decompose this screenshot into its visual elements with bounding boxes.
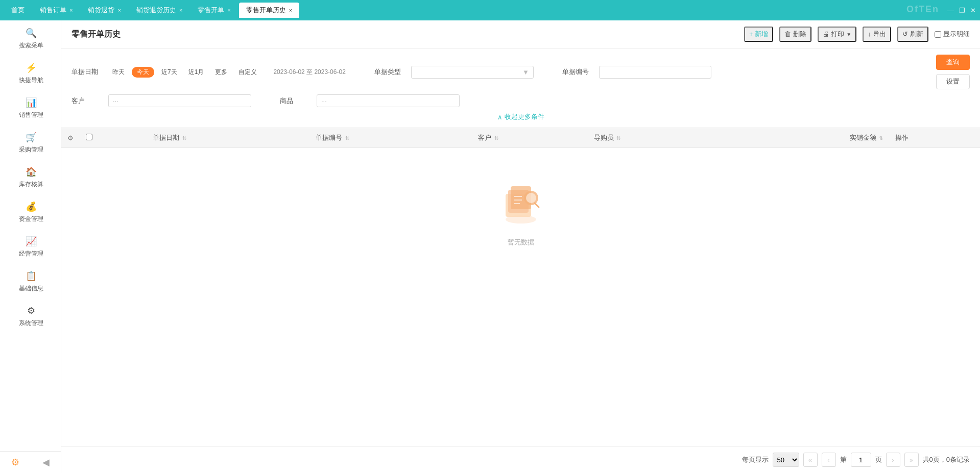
total-label: 共0页，0条记录 [923, 455, 970, 464]
data-table: ⚙ 单据日期 ⇅ 单据编号 ⇅ [61, 128, 980, 148]
refresh-button[interactable]: ↺ 刷新 [897, 27, 928, 42]
sidebar-item-inventory-label: 库存核算 [19, 180, 43, 189]
purchase-icon: 🛒 [26, 132, 37, 143]
date-btn-custom[interactable]: 自定义 [234, 67, 261, 78]
tab-retail-history[interactable]: 零售开单历史 × [239, 3, 299, 18]
show-detail-checkbox[interactable] [935, 31, 941, 38]
table-wrapper: ⚙ 单据日期 ⇅ 单据编号 ⇅ [61, 128, 980, 446]
th-guide[interactable]: 导购员 ⇅ [588, 128, 727, 148]
empty-text: 暂无数据 [508, 238, 534, 247]
date-btn-yesterday[interactable]: 昨天 [108, 67, 129, 78]
add-button[interactable]: + 新增 [744, 27, 773, 42]
page-title: 零售开单历史 [71, 29, 121, 40]
tab-sales-return-history-close[interactable]: × [179, 7, 182, 13]
pagination: 每页显示 50 10 20 100 « ‹ 第 页 › » 共0页，0条记录 [61, 446, 980, 473]
current-page-input[interactable] [851, 453, 871, 467]
last-page-btn[interactable]: » [904, 453, 919, 467]
tab-sales-order-close[interactable]: × [69, 7, 73, 13]
type-select[interactable]: ▼ [411, 66, 534, 79]
show-detail-toggle[interactable]: 显示明细 [935, 30, 970, 39]
sidebar-item-search[interactable]: 🔍 搜索采单 [0, 20, 61, 55]
collapse-label: 收起更多条件 [505, 112, 544, 121]
date-btn-more[interactable]: 更多 [211, 67, 231, 78]
customer-select-placeholder: ··· [113, 97, 118, 105]
empty-state: 暂无数据 [61, 148, 980, 278]
tab-retail-order-close[interactable]: × [227, 7, 230, 13]
th-amount[interactable]: 实销金额 ⇅ [727, 128, 889, 148]
number-label: 单据编号 [562, 67, 591, 77]
watermark: OfTEn [906, 4, 939, 15]
sidebar-item-sales[interactable]: 📊 销售管理 [0, 90, 61, 125]
print-chevron-icon: ▼ [846, 32, 851, 37]
goods-select[interactable]: ··· [317, 94, 460, 107]
sidebar-settings-icon[interactable]: ⚙ [11, 457, 19, 468]
customer-select[interactable]: ··· [108, 94, 251, 107]
query-button[interactable]: 查询 [936, 55, 970, 70]
restore-btn[interactable]: ❐ [959, 7, 965, 14]
th-customer[interactable]: 客户 ⇅ [472, 128, 587, 148]
date-range: 2023-06-02 至 2023-06-02 [273, 68, 345, 77]
type-select-chevron: ▼ [522, 68, 529, 76]
sidebar-item-finance[interactable]: 💰 资金管理 [0, 194, 61, 229]
tab-home-label: 首页 [11, 6, 25, 15]
tab-sales-return-close[interactable]: × [117, 7, 121, 13]
table-header-row: ⚙ 单据日期 ⇅ 单据编号 ⇅ [61, 128, 980, 148]
prev-page-btn[interactable]: ‹ [822, 453, 836, 467]
date-btn-1month[interactable]: 近1月 [184, 67, 208, 78]
delete-button[interactable]: 🗑 删除 [779, 27, 811, 42]
collapse-button[interactable]: ∧ 收起更多条件 [71, 112, 970, 121]
th-number[interactable]: 单据编号 ⇅ [309, 128, 472, 148]
close-btn[interactable]: ✕ [970, 7, 976, 14]
column-settings-icon[interactable]: ⚙ [67, 134, 74, 142]
goods-select-placeholder: ··· [321, 97, 327, 105]
amount-sort-icon: ⇅ [879, 135, 883, 141]
page-label-pre: 第 [840, 455, 847, 464]
setting-button[interactable]: 设置 [936, 74, 970, 89]
tab-sales-return-history-label: 销货退货历史 [136, 6, 176, 15]
search-icon: 🔍 [26, 28, 37, 39]
sidebar-item-purchase[interactable]: 🛒 采购管理 [0, 125, 61, 159]
sidebar-bottom: ⚙ ◀ [0, 451, 61, 473]
per-page-label: 每页显示 [742, 455, 769, 464]
customer-sort-icon: ⇅ [494, 135, 498, 141]
top-bar: 首页 销售订单 × 销货退货 × 销货退货历史 × 零售开单 × 零售开单历史 … [0, 0, 980, 20]
tab-retail-order[interactable]: 零售开单 × [190, 3, 237, 18]
tab-sales-return[interactable]: 销货退货 × [81, 3, 128, 18]
sidebar-item-system[interactable]: ⚙ 系统管理 [0, 298, 61, 333]
sidebar-item-nav-label: 快捷导航 [19, 76, 43, 85]
th-date[interactable]: 单据日期 ⇅ [147, 128, 309, 148]
next-page-btn[interactable]: › [886, 453, 900, 467]
th-guide-label: 导购员 [594, 134, 614, 141]
date-btn-today[interactable]: 今天 [132, 67, 154, 78]
settings-header: ⚙ [61, 128, 80, 148]
minimize-btn[interactable]: — [947, 7, 954, 14]
page-header: 零售开单历史 + 新增 🗑 删除 🖨 打印 ▼ ↓ 导出 ↺ 刷新 显示明细 [61, 20, 980, 48]
tab-home[interactable]: 首页 [4, 3, 32, 18]
select-all-checkbox[interactable] [86, 134, 92, 140]
svg-line-6 [535, 203, 539, 207]
th-amount-label: 实销金额 [850, 134, 876, 141]
tab-retail-history-close[interactable]: × [289, 7, 292, 13]
first-page-btn[interactable]: « [803, 453, 818, 467]
per-page-select[interactable]: 50 10 20 100 [773, 453, 799, 467]
management-icon: 📈 [26, 236, 37, 247]
sidebar-item-nav[interactable]: ⚡ 快捷导航 [0, 55, 61, 90]
tab-sales-return-history[interactable]: 销货退货历史 × [129, 3, 189, 18]
th-customer-label: 客户 [478, 134, 491, 141]
window-controls: — ❐ ✕ [947, 7, 976, 14]
sidebar-item-management[interactable]: 📈 经营管理 [0, 229, 61, 263]
sidebar-collapse-icon[interactable]: ◀ [42, 457, 50, 468]
sidebar-item-basic-info[interactable]: 📋 基础信息 [0, 263, 61, 298]
date-shortcuts: 昨天 今天 近7天 近1月 更多 自定义 [108, 67, 261, 78]
tab-sales-order-label: 销售订单 [40, 6, 66, 15]
print-button[interactable]: 🖨 打印 ▼ [818, 27, 857, 42]
export-button[interactable]: ↓ 导出 [863, 27, 891, 42]
tab-sales-order[interactable]: 销售订单 × [33, 3, 80, 18]
sidebar-item-basic-info-label: 基础信息 [19, 284, 43, 293]
filter-actions: 查询 设置 [936, 55, 970, 89]
tab-retail-history-label: 零售开单历史 [246, 6, 286, 15]
sidebar-item-inventory[interactable]: 🏠 库存核算 [0, 159, 61, 194]
date-btn-7days[interactable]: 近7天 [157, 67, 181, 78]
th-checkbox [80, 128, 147, 148]
number-input[interactable] [599, 66, 711, 79]
